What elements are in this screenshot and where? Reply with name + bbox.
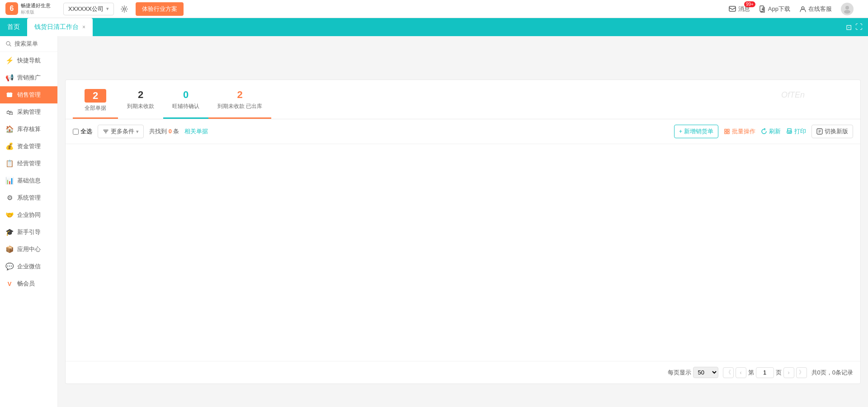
- quick-nav-icon: ⚡: [5, 56, 14, 65]
- svg-rect-15: [788, 132, 791, 133]
- logo-name: 畅捷通好生意: [21, 2, 51, 9]
- sidebar-item-system[interactable]: ⚙ 系统管理: [0, 189, 57, 206]
- sidebar-item-finance[interactable]: 💰 资金管理: [0, 138, 57, 155]
- main-content: 2 全部单据 2 到期未收款 0 旺辅待确认 2 到期未收款 已出库: [58, 72, 868, 407]
- wechat-icon: 💬: [5, 262, 14, 271]
- sidebar-item-purchase[interactable]: 🛍 采购管理: [0, 103, 57, 121]
- print-button[interactable]: 打印: [786, 127, 806, 136]
- svg-point-16: [790, 131, 791, 132]
- sidebar-item-base-info[interactable]: 📊 基础信息: [0, 172, 57, 189]
- sidebar-item-guide[interactable]: 🎓 新手引导: [0, 224, 57, 241]
- sidebar-item-label: 畅会员: [17, 280, 35, 288]
- table-area: [66, 144, 860, 361]
- sidebar-item-label: 企业微信: [17, 262, 41, 271]
- sidebar-item-marketing[interactable]: 📢 营销推广: [0, 69, 57, 86]
- stat-label-overdue: 到期未收款: [127, 103, 154, 110]
- batch-operation-button[interactable]: 批量操作: [724, 127, 755, 136]
- tab-home[interactable]: 首页: [0, 18, 27, 36]
- stat-label-wangpai: 旺辅待确认: [172, 103, 199, 110]
- sidebar-item-wechat[interactable]: 💬 企业微信: [0, 258, 57, 275]
- stat-tab-all[interactable]: 2 全部单据: [73, 85, 118, 119]
- avatar[interactable]: [841, 3, 854, 15]
- content-card: 2 全部单据 2 到期未收款 0 旺辅待确认 2 到期未收款 已出库: [65, 80, 861, 384]
- tab-restore-icon[interactable]: ⊡: [846, 23, 852, 32]
- sidebar-search-label: 搜索菜单: [14, 40, 38, 48]
- company-selector[interactable]: XXXXXX公司 ▾: [63, 3, 114, 15]
- select-all-checkbox[interactable]: 全选: [73, 127, 92, 136]
- inventory-icon: 🏠: [5, 125, 14, 133]
- stat-label-overdue-out: 到期未收款 已出库: [217, 103, 262, 110]
- page-suffix: 页: [776, 369, 782, 377]
- stat-label-all: 全部单据: [85, 104, 106, 112]
- switch-new-version-button[interactable]: 切换新版: [811, 125, 853, 138]
- related-link[interactable]: 相关单据: [184, 127, 208, 136]
- topbar-right: 消息 99+ App下载 在线客服: [728, 3, 863, 15]
- total-records: 共0页，0条记录: [811, 369, 853, 377]
- sidebar-item-label: 快捷导航: [17, 56, 41, 65]
- tab-maximize-icon[interactable]: ⛶: [855, 23, 863, 31]
- base-info-icon: 📊: [5, 177, 14, 185]
- stat-tab-overdue[interactable]: 2 到期未收款: [118, 85, 163, 119]
- sidebar-item-label: 系统管理: [17, 194, 41, 202]
- stat-tabs: 2 全部单据 2 到期未收款 0 旺辅待确认 2 到期未收款 已出库: [66, 80, 860, 119]
- chevron-down-icon: ▾: [106, 6, 109, 12]
- sidebar-item-label: 经营管理: [17, 159, 41, 168]
- add-sales-order-button[interactable]: + 新增销货单: [674, 125, 718, 138]
- select-all-input[interactable]: [73, 129, 79, 135]
- sidebar-item-label: 库存核算: [17, 125, 41, 133]
- more-filter-label: 更多条件: [111, 127, 134, 136]
- svg-rect-11: [725, 132, 726, 134]
- more-filter-arrow: ▾: [136, 129, 139, 135]
- page-number-input[interactable]: [756, 367, 774, 378]
- batch-label: 批量操作: [732, 127, 755, 136]
- page-prefix: 第: [748, 369, 754, 377]
- sidebar-item-label: 资金管理: [17, 142, 41, 150]
- sidebar-item-member[interactable]: V 畅会员: [0, 275, 57, 292]
- message-badge: 99+: [744, 1, 755, 7]
- sidebar-item-label: 采购管理: [17, 108, 41, 116]
- settings-icon[interactable]: [118, 2, 131, 16]
- sidebar-item-cooperation[interactable]: 🤝 企业协同: [0, 206, 57, 224]
- last-page-button[interactable]: 》: [796, 367, 807, 378]
- print-label: 打印: [794, 127, 806, 136]
- first-page-button[interactable]: 《: [723, 367, 734, 378]
- sidebar-item-label: 企业协同: [17, 211, 41, 219]
- stat-tab-overdue-out[interactable]: 2 到期未收款 已出库: [208, 85, 271, 119]
- page-nav: 《 ‹ 第 页 › 》: [723, 367, 807, 378]
- svg-rect-1: [729, 6, 736, 11]
- app-download-btn[interactable]: App下载: [759, 5, 790, 13]
- experience-industry-button[interactable]: 体验行业方案: [136, 2, 184, 16]
- next-page-button[interactable]: ›: [783, 367, 794, 378]
- more-filter-button[interactable]: 更多条件 ▾: [98, 125, 144, 138]
- svg-rect-10: [727, 129, 729, 131]
- svg-rect-2: [760, 6, 764, 11]
- refresh-button[interactable]: 刷新: [761, 127, 781, 136]
- sidebar-item-app-center[interactable]: 📦 应用中心: [0, 241, 57, 258]
- stat-num-all: 2: [85, 89, 106, 103]
- tab-close-icon[interactable]: ×: [82, 24, 85, 30]
- svg-point-4: [845, 6, 849, 9]
- sidebar-search[interactable]: 搜索菜单: [0, 36, 57, 52]
- sidebar-item-label: 营销推广: [17, 74, 41, 82]
- app-download-label: App下载: [768, 5, 790, 13]
- app-center-icon: 📦: [5, 245, 14, 253]
- toolbar: 全选 更多条件 ▾ 共找到 0 条 相关单据 + 新增销货单: [66, 119, 860, 144]
- prev-page-button[interactable]: ‹: [736, 367, 746, 378]
- pagination: 每页显示 50 20 100 《 ‹ 第 页 › 》 共0页，0条记录: [66, 361, 860, 384]
- switch-label: 切换新版: [825, 127, 848, 136]
- sidebar-item-label: 销售管理: [17, 91, 41, 99]
- sidebar-item-quick-nav[interactable]: ⚡ 快捷导航: [0, 52, 57, 69]
- sidebar-item-inventory[interactable]: 🏠 库存核算: [0, 121, 57, 138]
- finance-icon: 💰: [5, 142, 14, 150]
- svg-point-0: [123, 8, 126, 10]
- sidebar-item-sales[interactable]: 销售管理: [0, 86, 57, 103]
- sidebar-item-operation[interactable]: 📋 经营管理: [0, 155, 57, 172]
- tab-active[interactable]: 钱货日清工作台 ×: [27, 18, 93, 36]
- per-page-dropdown[interactable]: 50 20 100: [693, 367, 718, 378]
- logo: 6 畅捷通好生意 标准版: [5, 2, 63, 15]
- svg-rect-13: [788, 129, 791, 131]
- message-btn[interactable]: 消息 99+: [728, 5, 750, 13]
- sales-icon: [5, 91, 14, 99]
- stat-tab-wangpai[interactable]: 0 旺辅待确认: [163, 85, 208, 119]
- online-service-btn[interactable]: 在线客服: [799, 5, 832, 13]
